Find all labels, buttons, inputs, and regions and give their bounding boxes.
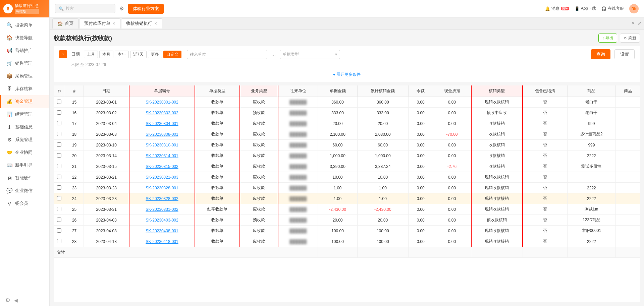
- table-body: 15 2023-03-01 SK-20230301-002 收款单 应收款 ██…: [54, 97, 640, 258]
- this-year-btn[interactable]: 本年: [115, 51, 129, 58]
- cell-cancel-type: 现销收款核销: [471, 236, 523, 247]
- sidebar-item-purchase[interactable]: 📦 采购管理: [0, 70, 49, 82]
- export-button[interactable]: ↑ 导出: [598, 34, 617, 43]
- cell-bill-type: 收款单: [195, 161, 240, 172]
- sidebar-item-member[interactable]: V 畅会员: [0, 197, 49, 210]
- online-service-action[interactable]: 🎧 在线客服: [601, 6, 624, 11]
- sidebar-item-operation[interactable]: 📊 经营管理: [0, 108, 49, 121]
- settings-icon[interactable]: ⚙: [5, 297, 10, 303]
- sidebar-item-guide[interactable]: 📖 新手引导: [0, 159, 49, 172]
- sidebar-item-search[interactable]: 🔍 搜索菜单: [0, 19, 49, 32]
- bill-type-select[interactable]: 单据类型 ▾: [280, 50, 340, 59]
- cell-checkbox[interactable]: [54, 236, 65, 247]
- cell-checkbox[interactable]: [54, 108, 65, 118]
- table-row[interactable]: 21 2023-03-15 SK-20230315-002 收款单 应收款 ██…: [54, 161, 640, 172]
- cell-business-type: 预收款: [240, 108, 278, 118]
- last-month-btn[interactable]: 上月: [84, 51, 98, 58]
- table-row[interactable]: 15 2023-03-01 SK-20230301-002 收款单 应收款 ██…: [54, 97, 640, 108]
- table-row[interactable]: 25 2023-03-31 SK-20230331-002 红字收款单 应收款 …: [54, 204, 640, 215]
- last-7-days-btn[interactable]: 近7天: [130, 51, 147, 58]
- table-row[interactable]: 17 2023-03-04 SK-20230304-001 收款单 应收款 ██…: [54, 118, 640, 129]
- table-row[interactable]: 24 2023-03-28 SK-20230328-002 收款单 应收款 ██…: [54, 193, 640, 204]
- cell-checkbox[interactable]: [54, 161, 65, 172]
- cell-checkbox[interactable]: [54, 118, 65, 129]
- counterparty-input[interactable]: 往来单位: [187, 50, 267, 59]
- query-button[interactable]: 查询: [591, 49, 610, 59]
- filter-collapse-toggle[interactable]: »: [59, 50, 67, 58]
- more-filter-icon[interactable]: ...: [271, 51, 276, 57]
- sidebar-item-basic[interactable]: ℹ 基础信息: [0, 121, 49, 133]
- cell-checkbox[interactable]: [54, 172, 65, 183]
- cell-bill-no[interactable]: SK-20230302-002: [129, 108, 195, 118]
- cell-bill-no[interactable]: SK-20230328-002: [129, 193, 195, 204]
- close-all-tabs-icon[interactable]: ✕: [631, 21, 635, 26]
- gear-icon[interactable]: ⚙: [119, 5, 124, 12]
- cell-cancel-type: 预收中应收: [471, 108, 523, 118]
- cell-bill-no[interactable]: SK-20230408-001: [129, 226, 195, 236]
- custom-date-btn[interactable]: 自定义: [163, 51, 181, 58]
- sidebar-item-enterprise[interactable]: 🤝 企业协同: [0, 146, 49, 159]
- tab-collection[interactable]: 收款核销执行 ✕: [121, 18, 162, 28]
- cell-bill-no[interactable]: SK-20230331-002: [129, 204, 195, 215]
- cell-cancel-type: 收款核销: [471, 129, 523, 140]
- sidebar-item-hardware[interactable]: 🖥 智能硬件: [0, 172, 49, 184]
- tab-home[interactable]: 🏠 首页: [52, 18, 78, 28]
- cell-bill-no[interactable]: SK-20230314-001: [129, 150, 195, 161]
- more-date-btn[interactable]: 更多: [148, 51, 162, 58]
- cell-checkbox[interactable]: [54, 193, 65, 204]
- table-row[interactable]: 19 2023-03-10 SK-20230310-001 收款单 应收款 ██…: [54, 140, 640, 150]
- sidebar-item-quicknav[interactable]: 🏠 快捷导航: [0, 32, 49, 44]
- cell-checkbox[interactable]: [54, 140, 65, 150]
- counterparty-input-label: 往来单位: [190, 52, 206, 57]
- sidebar-item-inventory[interactable]: 🗄 库存核算: [0, 82, 49, 95]
- collapse-icon[interactable]: ◀: [14, 298, 18, 303]
- cell-checkbox[interactable]: [54, 215, 65, 226]
- sidebar-item-system[interactable]: ⚙ 系统管理: [0, 133, 49, 146]
- notifications-action[interactable]: 🔔 消息 99+: [545, 6, 569, 11]
- cell-checkbox[interactable]: [54, 226, 65, 236]
- cell-bill-no[interactable]: SK-20230328-001: [129, 183, 195, 193]
- cell-bill-no[interactable]: SK-20230321-003: [129, 172, 195, 183]
- cell-bill-no[interactable]: SK-20230418-001: [129, 236, 195, 247]
- col-settings[interactable]: ⚙: [54, 85, 65, 97]
- tab-prepay[interactable]: 预付款应付单 ✕: [79, 18, 120, 28]
- table-row[interactable]: 26 2023-04-03 SK-20230403-002 收款单 预收款 ██…: [54, 215, 640, 226]
- setting-button[interactable]: 设置: [614, 49, 635, 59]
- expand-more-btn[interactable]: ▾ 展开更多条件: [333, 72, 361, 77]
- cell-checkbox[interactable]: [54, 204, 65, 215]
- cell-goods2: [615, 204, 640, 215]
- app-download-action[interactable]: 📱 App下载: [575, 6, 596, 11]
- cell-bill-no[interactable]: SK-20230315-002: [129, 161, 195, 172]
- solution-button[interactable]: 体验行业方案: [128, 4, 164, 14]
- table-row[interactable]: 20 2023-03-14 SK-20230314-001 收款单 应收款 ██…: [54, 150, 640, 161]
- this-month-btn[interactable]: 本月: [99, 51, 113, 58]
- table-row[interactable]: 16 2023-03-02 SK-20230302-002 收款单 预收款 ██…: [54, 108, 640, 118]
- table-row[interactable]: 18 2023-03-08 SK-20230308-001 收款单 应收款 ██…: [54, 129, 640, 140]
- table-row[interactable]: 27 2023-04-08 SK-20230408-001 收款单 应收款 ██…: [54, 226, 640, 236]
- user-avatar[interactable]: Rit: [629, 4, 639, 13]
- cell-bill-no[interactable]: SK-20230301-002: [129, 97, 195, 108]
- table-row[interactable]: 23 2023-03-28 SK-20230328-001 收款单 应收款 ██…: [54, 183, 640, 193]
- close-prepay-tab-icon[interactable]: ✕: [112, 21, 115, 26]
- cell-bill-type: 收款单: [195, 118, 240, 129]
- cell-checkbox[interactable]: [54, 97, 65, 108]
- sidebar-item-marketing[interactable]: 📢 营销推广: [0, 44, 49, 57]
- cell-bill-no[interactable]: SK-20230310-001: [129, 140, 195, 150]
- table-row[interactable]: 28 2023-04-18 SK-20230418-001 收款单 应收款 ██…: [54, 236, 640, 247]
- cell-bill-no[interactable]: SK-20230304-001: [129, 118, 195, 129]
- refresh-button[interactable]: ↺ 刷新: [620, 34, 640, 43]
- cell-goods2: [615, 129, 640, 140]
- sidebar-item-wechat[interactable]: 💬 企业微信: [0, 184, 49, 197]
- cell-bill-no[interactable]: SK-20230403-002: [129, 215, 195, 226]
- cell-counterparty: ██████: [278, 97, 318, 108]
- sidebar-item-sales[interactable]: 🛒 销售管理: [0, 57, 49, 70]
- topbar-search-wrap[interactable]: 🔍 搜索: [55, 4, 115, 13]
- cell-bill-no[interactable]: SK-20230308-001: [129, 129, 195, 140]
- table-row[interactable]: 22 2023-03-21 SK-20230321-003 收款单 应收款 ██…: [54, 172, 640, 183]
- cell-checkbox[interactable]: [54, 150, 65, 161]
- sidebar-item-finance[interactable]: 💰 资金管理: [0, 95, 49, 108]
- close-collection-tab-icon[interactable]: ✕: [154, 21, 157, 26]
- cell-checkbox[interactable]: [54, 183, 65, 193]
- cell-checkbox[interactable]: [54, 129, 65, 140]
- maximize-icon[interactable]: ⤢: [638, 21, 641, 26]
